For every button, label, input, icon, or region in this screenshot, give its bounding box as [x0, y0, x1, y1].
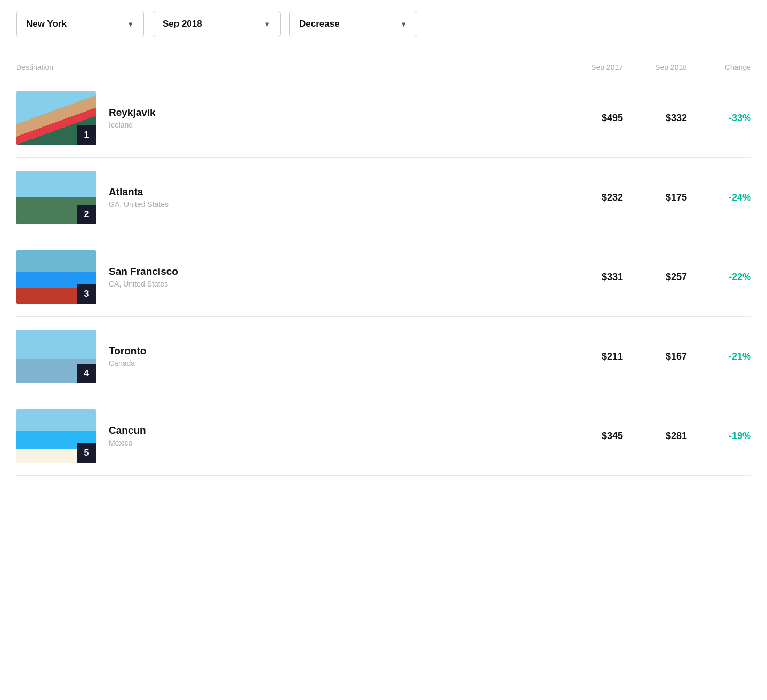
- city-name: San Francisco: [109, 266, 178, 277]
- table-row: 5 Cancun Mexico $345 $281 -19%: [16, 396, 751, 476]
- table-row: 4 Toronto Canada $211 $167 -21%: [16, 317, 751, 396]
- destination-info: 4 Toronto Canada: [16, 330, 559, 383]
- table-body: 1 Reykjavik Iceland $495 $332 -33% 2 Atl…: [16, 78, 751, 476]
- destination-info: 5 Cancun Mexico: [16, 409, 559, 463]
- sort-filter[interactable]: Decrease ▼: [289, 11, 417, 37]
- rank-badge: 3: [77, 284, 96, 304]
- sep2018-value: $281: [623, 431, 687, 442]
- destination-info: 2 Atlanta GA, United States: [16, 171, 559, 224]
- table-row: 3 San Francisco CA, United States $331 $…: [16, 237, 751, 317]
- sep2017-value: $232: [559, 192, 623, 203]
- city-filter-value: New York: [26, 19, 67, 29]
- destination-text: San Francisco CA, United States: [109, 266, 178, 288]
- header-destination: Destination: [16, 63, 559, 71]
- rank-badge: 2: [77, 205, 96, 224]
- city-name: Toronto: [109, 345, 146, 357]
- header-change: Change: [687, 63, 751, 71]
- sep2017-value: $331: [559, 272, 623, 283]
- sep2018-value: $257: [623, 272, 687, 283]
- sep2017-value: $495: [559, 113, 623, 124]
- month-filter[interactable]: Sep 2018 ▼: [153, 11, 281, 37]
- image-container: 5: [16, 409, 96, 463]
- change-value: -33%: [687, 113, 751, 124]
- sort-filter-value: Decrease: [299, 19, 340, 29]
- region: Canada: [109, 359, 146, 368]
- destination-text: Atlanta GA, United States: [109, 186, 169, 209]
- sep2018-value: $332: [623, 113, 687, 124]
- destination-text: Reykjavik Iceland: [109, 107, 156, 129]
- sep2017-value: $345: [559, 431, 623, 442]
- city-name: Reykjavik: [109, 107, 156, 118]
- city-filter-chevron: ▼: [127, 20, 134, 28]
- region: GA, United States: [109, 200, 169, 209]
- image-container: 2: [16, 171, 96, 224]
- region: CA, United States: [109, 280, 178, 288]
- header-sep2017: Sep 2017: [559, 63, 623, 71]
- change-value: -21%: [687, 351, 751, 362]
- change-value: -22%: [687, 272, 751, 283]
- month-filter-chevron: ▼: [263, 20, 270, 28]
- table-row: 1 Reykjavik Iceland $495 $332 -33%: [16, 78, 751, 158]
- region: Iceland: [109, 121, 156, 129]
- destination-text: Cancun Mexico: [109, 425, 146, 447]
- sep2018-value: $175: [623, 192, 687, 203]
- rank-badge: 5: [77, 443, 96, 463]
- table-row: 2 Atlanta GA, United States $232 $175 -2…: [16, 158, 751, 237]
- sep2018-value: $167: [623, 351, 687, 362]
- image-container: 4: [16, 330, 96, 383]
- region: Mexico: [109, 439, 146, 447]
- image-container: 3: [16, 250, 96, 304]
- destination-info: 1 Reykjavik Iceland: [16, 91, 559, 145]
- sort-filter-chevron: ▼: [400, 20, 407, 28]
- city-name: Atlanta: [109, 186, 169, 198]
- sep2017-value: $211: [559, 351, 623, 362]
- header-sep2018: Sep 2018: [623, 63, 687, 71]
- destination-info: 3 San Francisco CA, United States: [16, 250, 559, 304]
- city-filter[interactable]: New York ▼: [16, 11, 144, 37]
- image-container: 1: [16, 91, 96, 145]
- destination-text: Toronto Canada: [109, 345, 146, 368]
- rank-badge: 1: [77, 125, 96, 145]
- change-value: -19%: [687, 431, 751, 442]
- month-filter-value: Sep 2018: [163, 19, 202, 29]
- filters-row: New York ▼ Sep 2018 ▼ Decrease ▼: [16, 11, 751, 37]
- table-header: Destination Sep 2017 Sep 2018 Change: [16, 63, 751, 78]
- city-name: Cancun: [109, 425, 146, 436]
- rank-badge: 4: [77, 364, 96, 383]
- change-value: -24%: [687, 192, 751, 203]
